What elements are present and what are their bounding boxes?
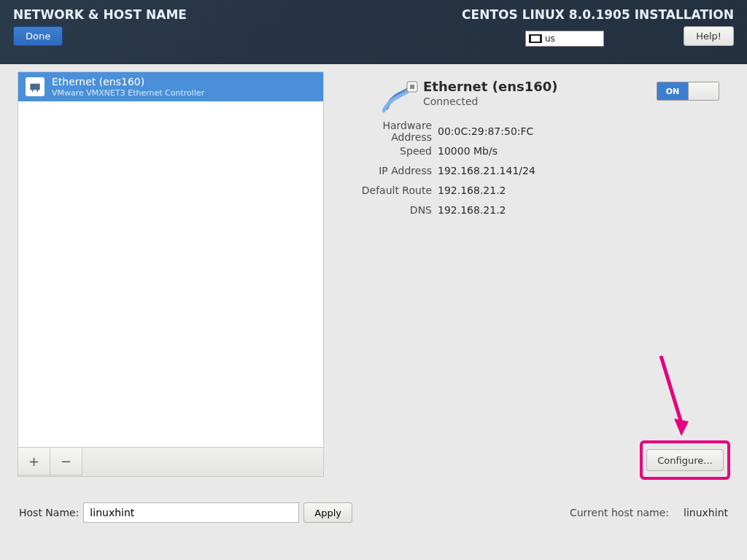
property-key: IP Address	[341, 165, 436, 176]
hostname-input[interactable]	[83, 502, 299, 523]
connection-status: Connected	[423, 96, 557, 107]
property-value: 192.168.21.2	[436, 204, 506, 216]
network-connected-icon	[382, 80, 419, 117]
toggle-knob	[688, 82, 719, 100]
property-row: Hardware Address 00:0C:29:87:50:FC	[341, 121, 535, 141]
spoke-title: NETWORK & HOST NAME	[13, 7, 187, 22]
current-hostname-value: linuxhint	[684, 507, 728, 518]
hostname-label: Host Name:	[19, 507, 79, 518]
network-spoke-content: Ethernet (ens160) VMware VMXNET3 Etherne…	[18, 71, 729, 524]
property-row: DNS 192.168.21.2	[341, 200, 535, 219]
svg-line-2	[661, 356, 681, 423]
svg-rect-1	[410, 85, 414, 89]
property-value: 192.168.21.2	[436, 184, 506, 196]
device-list-toolbar: + −	[18, 448, 324, 477]
property-value: 192.168.21.141/24	[436, 165, 535, 176]
property-key: Speed	[341, 145, 436, 157]
connection-heading: Ethernet (ens160)	[423, 79, 557, 94]
hostname-row: Host Name: Apply Current host name: linu…	[19, 500, 728, 525]
device-list-item[interactable]: Ethernet (ens160) VMware VMXNET3 Etherne…	[18, 72, 323, 101]
help-button[interactable]: Help!	[684, 26, 734, 46]
property-row: Speed 10000 Mb/s	[341, 141, 535, 160]
done-button[interactable]: Done	[13, 26, 63, 46]
product-title: CENTOS LINUX 8.0.1905 INSTALLATION	[462, 7, 734, 22]
property-row: Default Route 192.168.21.2	[341, 180, 535, 200]
keyboard-layout-label: us	[545, 34, 555, 44]
property-key: Default Route	[341, 184, 436, 196]
property-key: DNS	[341, 204, 436, 216]
property-value: 10000 Mb/s	[436, 145, 498, 157]
remove-device-button[interactable]: −	[50, 448, 82, 475]
device-subtitle: VMware VMXNET3 Ethernet Controller	[52, 88, 204, 98]
toggle-on-label: ON	[657, 82, 688, 100]
connection-toggle[interactable]: ON	[657, 82, 719, 101]
apply-hostname-button[interactable]: Apply	[303, 502, 352, 523]
installer-header: NETWORK & HOST NAME CENTOS LINUX 8.0.190…	[0, 0, 747, 64]
property-key: Hardware Address	[341, 120, 436, 143]
svg-marker-3	[674, 419, 689, 436]
keyboard-layout-indicator[interactable]: us	[525, 31, 604, 47]
connection-properties: Hardware Address 00:0C:29:87:50:FC Speed…	[341, 121, 535, 219]
annotation-arrow-icon	[646, 356, 690, 440]
configure-button[interactable]: Configure...	[646, 449, 724, 471]
device-title: Ethernet (ens160)	[52, 76, 204, 88]
property-value: 00:0C:29:87:50:FC	[436, 125, 533, 137]
ethernet-icon	[26, 77, 44, 96]
keyboard-icon	[529, 34, 542, 43]
device-list[interactable]: Ethernet (ens160) VMware VMXNET3 Etherne…	[18, 71, 324, 448]
property-row: IP Address 192.168.21.141/24	[341, 160, 535, 180]
add-device-button[interactable]: +	[18, 448, 50, 475]
current-hostname-label: Current host name:	[570, 507, 669, 518]
